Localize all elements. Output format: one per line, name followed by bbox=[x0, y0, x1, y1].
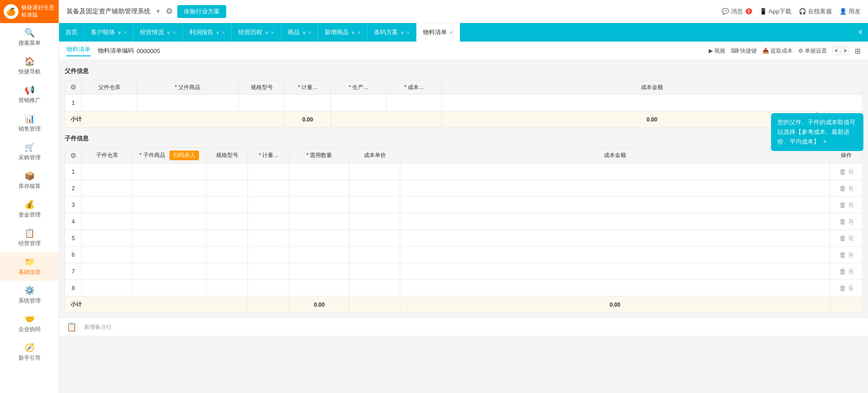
copy-icon[interactable]: ⎘ bbox=[849, 201, 853, 209]
add-note-btn[interactable]: 新增备注行 bbox=[84, 323, 112, 331]
shortcut-btn[interactable]: ⌨ 快捷键 bbox=[731, 47, 757, 55]
row-production[interactable] bbox=[331, 95, 386, 111]
row-spec[interactable] bbox=[239, 95, 285, 111]
sidebar-item-purchase[interactable]: 🛒 采购管理 bbox=[0, 138, 59, 166]
row-cost[interactable] bbox=[386, 95, 442, 111]
row-qty-unit[interactable] bbox=[285, 95, 331, 111]
copy-icon[interactable]: ⎘ bbox=[849, 218, 853, 225]
tab-customer[interactable]: 客户联络 ∨ × bbox=[84, 23, 133, 42]
home-icon: 🏠 bbox=[24, 56, 35, 67]
tab-home[interactable]: 首页 bbox=[59, 23, 84, 42]
tab-ops-status[interactable]: 经营情况 ∨ × bbox=[133, 23, 182, 42]
delete-icon[interactable]: 🗑 bbox=[839, 251, 846, 259]
delete-icon[interactable]: 🗑 bbox=[839, 168, 846, 175]
delete-icon[interactable]: 🗑 bbox=[839, 218, 846, 225]
delete-icon[interactable]: 🗑 bbox=[839, 284, 846, 292]
copy-icon[interactable]: ⎘ bbox=[849, 234, 853, 242]
basic-icon: 📁 bbox=[24, 257, 35, 267]
delete-icon[interactable]: 🗑 bbox=[839, 201, 846, 209]
sidebar-item-inventory[interactable]: 📦 库存核算 bbox=[0, 166, 59, 195]
dropdown-arrow[interactable]: ▼ bbox=[155, 8, 161, 15]
copy-icon[interactable]: ⎘ bbox=[849, 284, 853, 292]
tab-close[interactable]: × bbox=[173, 30, 175, 35]
sidebar-item-sales[interactable]: 📊 销售管理 bbox=[0, 109, 59, 138]
delete-icon[interactable]: 🗑 bbox=[839, 267, 846, 275]
child-spec-1[interactable] bbox=[206, 163, 248, 180]
gear-btn[interactable]: ⚙ bbox=[166, 6, 173, 16]
note-icon[interactable]: 📋 bbox=[66, 322, 77, 332]
scan-btn[interactable]: 扫码录入 bbox=[169, 151, 199, 160]
child-qty-unit-1[interactable] bbox=[248, 163, 289, 180]
prev-btn[interactable]: < bbox=[832, 47, 840, 55]
tab-close[interactable]: × bbox=[308, 30, 311, 35]
tab-close[interactable]: × bbox=[271, 30, 274, 35]
tab-profit[interactable]: 利润报告 ∨ × bbox=[183, 23, 232, 42]
child-needed-qty-1[interactable] bbox=[289, 163, 350, 180]
child-table: ⚙ 子件仓库 * 子件商品 扫码录入 规格型号 * 计量... * 需用数量 成… bbox=[65, 147, 862, 313]
app-download-btn[interactable]: 📱 App下载 bbox=[760, 7, 791, 16]
view-btn[interactable]: ▶ 视频 bbox=[709, 47, 725, 55]
collab-icon: 🤝 bbox=[24, 314, 35, 324]
sidebar-item-guide[interactable]: 🧭 新手引导 bbox=[0, 338, 59, 367]
sub-tab-bom-list[interactable]: 物料清单 bbox=[66, 45, 90, 56]
sidebar-item-label: 采购管理 bbox=[18, 154, 41, 162]
extract-cost-btn[interactable]: 📥 提取成本 bbox=[762, 47, 793, 55]
copy-icon[interactable]: ⎘ bbox=[849, 267, 853, 275]
copy-icon[interactable]: ⎘ bbox=[849, 184, 853, 192]
online-service-btn[interactable]: 🎧 在线客服 bbox=[799, 7, 832, 16]
tab-close[interactable]: × bbox=[450, 30, 452, 35]
child-unit-cost-1[interactable] bbox=[350, 163, 400, 180]
sidebar-item-label: 营销推广 bbox=[18, 97, 41, 104]
tab-close[interactable]: × bbox=[222, 30, 225, 35]
sidebar-item-label: 基础信息 bbox=[18, 268, 41, 276]
tab-barcode[interactable]: 条码方案 ∨ × bbox=[368, 23, 416, 42]
tab-ops-history[interactable]: 经营历程 ∨ × bbox=[232, 23, 281, 42]
tab-new-goods[interactable]: 新增商品 ∨ × bbox=[318, 23, 367, 42]
th-child-spec: 规格型号 bbox=[206, 148, 248, 163]
delete-icon[interactable]: 🗑 bbox=[839, 184, 846, 192]
tab-arrow: ∨ bbox=[351, 30, 355, 35]
child-goods-1[interactable] bbox=[133, 163, 206, 180]
next-btn[interactable]: > bbox=[841, 47, 849, 55]
grid-view-icon[interactable]: ⊞ bbox=[855, 47, 861, 55]
copy-icon[interactable]: ⎘ bbox=[849, 251, 853, 259]
message-badge: 6 bbox=[746, 8, 752, 14]
child-warehouse-1[interactable] bbox=[82, 163, 133, 180]
delete-icon[interactable]: 🗑 bbox=[839, 234, 846, 242]
sidebar-item-system[interactable]: ⚙️ 系统管理 bbox=[0, 281, 59, 309]
single-settings-btn[interactable]: ⚙ 单据设置 bbox=[798, 47, 827, 55]
sub-tab-bom-code[interactable]: 物料清单编码 bbox=[98, 47, 134, 55]
tab-bom[interactable]: 物料清单 × bbox=[416, 23, 459, 42]
row-warehouse[interactable] bbox=[82, 95, 137, 111]
sidebar-logo: 🍊 畅捷通好生意 标准版 bbox=[0, 0, 59, 23]
th-gear[interactable]: ⚙ bbox=[65, 80, 82, 95]
tab-arrow: ∨ bbox=[265, 30, 268, 35]
row-goods[interactable] bbox=[137, 95, 239, 111]
sidebar: 🍊 畅捷通好生意 标准版 🔍 搜索菜单 🏠 快捷导航 📢 营销推广 📊 销售管理… bbox=[0, 0, 59, 393]
sidebar-item-quicknav[interactable]: 🏠 快捷导航 bbox=[0, 52, 59, 80]
user-btn[interactable]: 👤 用友 bbox=[839, 7, 861, 16]
sidebar-item-finance[interactable]: 💰 资金管理 bbox=[0, 195, 59, 224]
tab-close[interactable]: × bbox=[407, 30, 410, 35]
sidebar-item-basic[interactable]: 📁 基础信息 bbox=[0, 252, 59, 281]
tooltip-close-btn[interactable]: × bbox=[823, 138, 827, 145]
message-btn[interactable]: 💬 消息 6 bbox=[722, 7, 752, 16]
child-subtotal-row: 小计 0.00 0.00 bbox=[65, 296, 862, 313]
th-gear-child[interactable]: ⚙ bbox=[65, 148, 82, 163]
sidebar-item-operations[interactable]: 📋 经营管理 bbox=[0, 224, 59, 252]
copy-icon[interactable]: ⎘ bbox=[849, 168, 853, 175]
sales-icon: 📊 bbox=[24, 114, 35, 124]
sidebar-item-collab[interactable]: 🤝 企业协同 bbox=[0, 309, 59, 338]
th-child-qty-unit: * 计量... bbox=[248, 148, 289, 163]
guide-icon: 🧭 bbox=[24, 343, 35, 353]
sidebar-item-search[interactable]: 🔍 搜索菜单 bbox=[0, 23, 59, 52]
tab-close[interactable]: × bbox=[124, 30, 127, 35]
tab-arrow: ∨ bbox=[401, 30, 404, 35]
tab-close[interactable]: × bbox=[357, 30, 360, 35]
tab-goods[interactable]: 商品 ∨ × bbox=[281, 23, 318, 42]
sidebar-item-marketing[interactable]: 📢 营销推广 bbox=[0, 80, 59, 109]
experience-btn[interactable]: 体验行业方案 bbox=[177, 5, 226, 18]
subtotal-qty: 0.00 bbox=[285, 111, 331, 128]
video-icon: ▶ bbox=[709, 48, 713, 54]
tab-close-all[interactable]: × bbox=[853, 23, 868, 42]
